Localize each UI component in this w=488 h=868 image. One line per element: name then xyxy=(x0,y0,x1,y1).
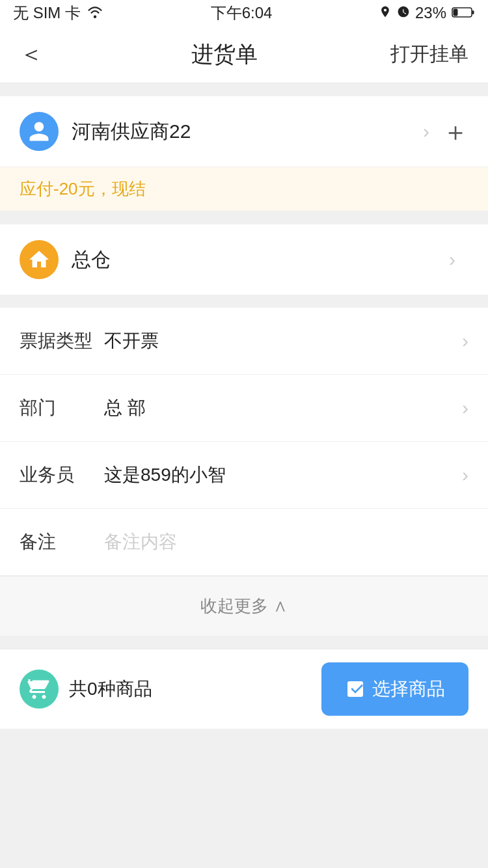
supplier-section: 河南供应商22 › ＋ 应付-20元，现结 xyxy=(0,96,488,211)
remark-label: 备注 xyxy=(20,530,104,554)
svg-rect-1 xyxy=(472,10,474,14)
page-title: 进货单 xyxy=(191,40,258,70)
select-product-button[interactable]: 选择商品 xyxy=(321,662,468,716)
add-supplier-button[interactable]: ＋ xyxy=(442,118,468,144)
alarm-icon xyxy=(397,4,410,22)
supplier-avatar xyxy=(20,112,59,151)
select-product-icon xyxy=(345,679,366,699)
sim-label: 无 SIM 卡 xyxy=(13,3,81,23)
invoice-type-row[interactable]: 票据类型 不开票 › xyxy=(0,308,488,375)
battery-icon xyxy=(452,4,475,22)
salesperson-label: 业务员 xyxy=(20,463,104,487)
wifi-icon xyxy=(86,4,104,22)
invoice-type-value: 不开票 xyxy=(104,329,462,353)
back-button[interactable]: ＜ xyxy=(20,38,59,70)
department-value: 总 部 xyxy=(104,396,462,420)
warehouse-name: 总仓 xyxy=(72,247,449,273)
supplier-chevron-icon: › xyxy=(423,120,429,142)
warehouse-row[interactable]: 总仓 › xyxy=(0,224,488,295)
product-count-wrap: 共0种商品 xyxy=(20,670,152,709)
remark-row[interactable]: 备注 备注内容 xyxy=(0,509,488,576)
invoice-type-chevron-icon: › xyxy=(462,330,468,352)
salesperson-row[interactable]: 业务员 这是859的小智 › xyxy=(0,442,488,509)
warehouse-chevron-icon: › xyxy=(449,249,455,271)
svg-rect-2 xyxy=(454,9,458,16)
person-icon xyxy=(27,120,51,143)
salesperson-chevron-icon: › xyxy=(462,464,468,486)
open-pending-button[interactable]: 打开挂单 xyxy=(390,41,468,68)
status-time: 下午6:04 xyxy=(211,3,273,23)
supplier-row[interactable]: 河南供应商22 › ＋ xyxy=(0,96,488,167)
select-product-label: 选择商品 xyxy=(372,677,445,701)
department-label: 部门 xyxy=(20,396,104,420)
battery-text: 23% xyxy=(415,4,446,22)
top-divider xyxy=(0,83,488,96)
status-right: 23% xyxy=(379,4,475,22)
warehouse-section: 总仓 › xyxy=(0,224,488,295)
salesperson-value: 这是859的小智 xyxy=(104,463,462,487)
notice-bar: 应付-20元，现结 xyxy=(0,167,488,211)
form-section: 票据类型 不开票 › 部门 总 部 › 业务员 这是859的小智 › 备注 备注… xyxy=(0,308,488,636)
product-icon-wrap xyxy=(20,670,59,709)
collapse-button[interactable]: 收起更多 ∧ xyxy=(0,576,488,636)
bottom-bar: 共0种商品 选择商品 xyxy=(0,649,488,729)
mid-divider2 xyxy=(0,295,488,308)
house-icon xyxy=(27,248,51,271)
remark-input[interactable]: 备注内容 xyxy=(104,530,468,554)
cart-icon xyxy=(27,677,51,701)
invoice-type-label: 票据类型 xyxy=(20,329,104,353)
supplier-name: 河南供应商22 xyxy=(72,118,423,145)
mid-divider1 xyxy=(0,211,488,224)
page-rest xyxy=(0,729,488,868)
status-left: 无 SIM 卡 xyxy=(13,3,104,23)
warehouse-icon-wrap xyxy=(20,240,59,279)
product-count-text: 共0种商品 xyxy=(69,677,152,701)
mid-divider3 xyxy=(0,636,488,649)
department-chevron-icon: › xyxy=(462,397,468,419)
location-icon xyxy=(379,4,392,22)
status-bar: 无 SIM 卡 下午6:04 23% xyxy=(0,0,488,26)
nav-bar: ＜ 进货单 打开挂单 xyxy=(0,26,488,83)
department-row[interactable]: 部门 总 部 › xyxy=(0,375,488,442)
